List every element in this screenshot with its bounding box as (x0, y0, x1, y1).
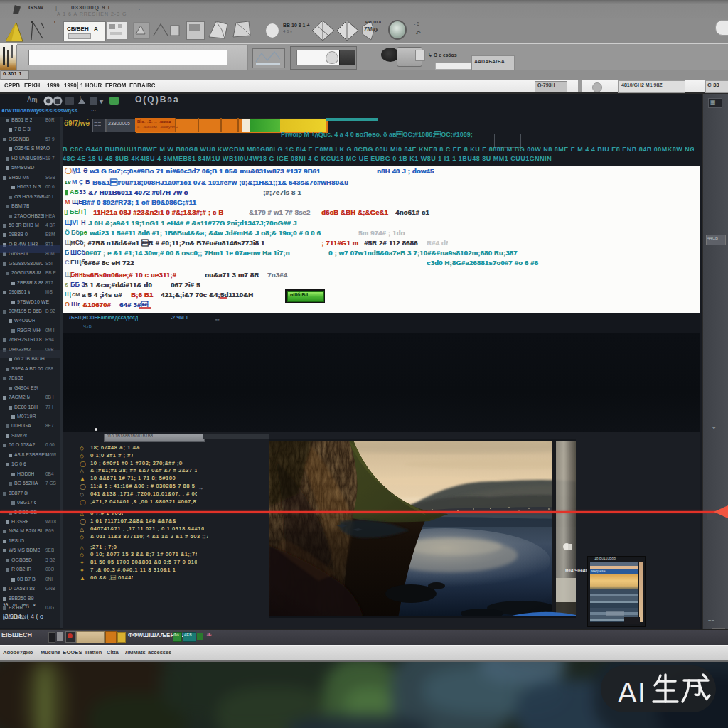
svg-text:▾: ▾ (99, 97, 104, 105)
